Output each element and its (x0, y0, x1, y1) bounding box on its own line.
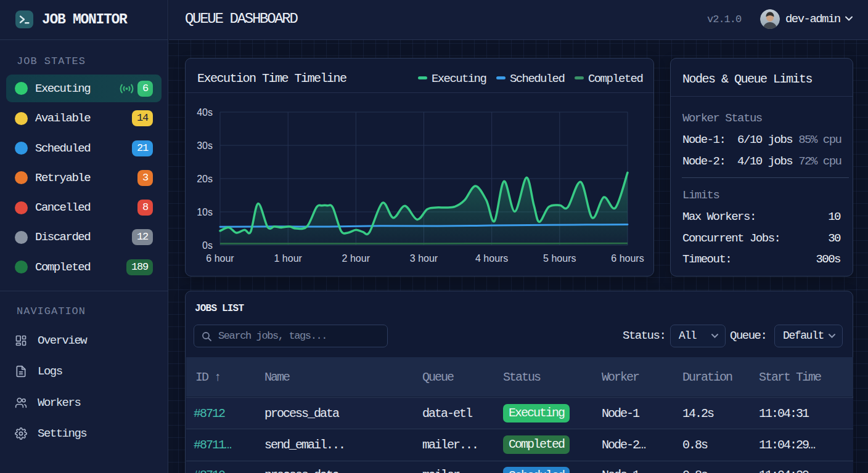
svg-text:6 hour: 6 hour (206, 253, 234, 264)
svg-text:20s: 20s (197, 174, 213, 184)
svg-text:4 hours: 4 hours (475, 253, 508, 264)
svg-text:2 hour: 2 hour (342, 253, 371, 264)
svg-text:40s: 40s (197, 107, 213, 118)
svg-text:0s: 0s (202, 240, 213, 251)
svg-text:3 hour: 3 hour (410, 253, 438, 264)
svg-text:5 hours: 5 hours (543, 253, 576, 264)
svg-text:10s: 10s (197, 207, 213, 217)
svg-text:1 hour: 1 hour (274, 253, 303, 264)
svg-text:6 hours: 6 hours (611, 253, 644, 264)
svg-text:30s: 30s (197, 140, 213, 151)
